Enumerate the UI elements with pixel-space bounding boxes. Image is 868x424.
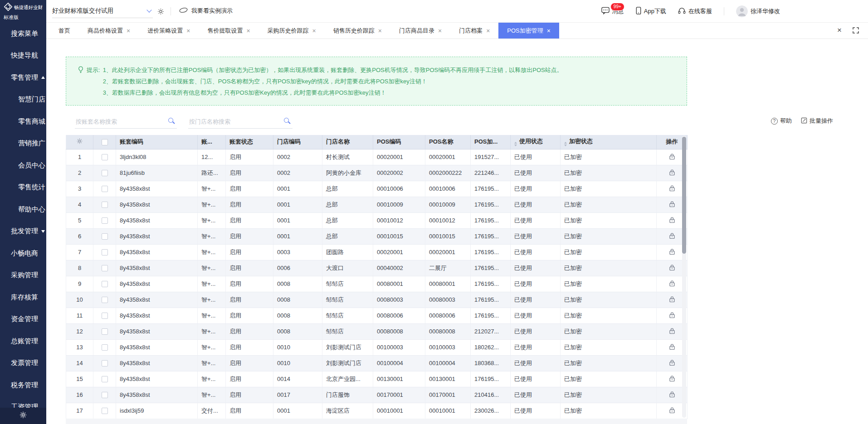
search-icon[interactable] [168, 118, 173, 123]
sidebar-item-零售商城[interactable]: 零售商城 [0, 111, 46, 133]
lock-icon[interactable] [669, 264, 675, 272]
close-icon[interactable]: × [837, 26, 842, 34]
tab-close-icon[interactable]: × [127, 28, 130, 34]
sidebar-item-资金管理[interactable]: 资金管理 [0, 308, 46, 331]
scrollbar-thumb[interactable] [682, 137, 686, 254]
row-checkbox[interactable] [102, 217, 108, 224]
column-门店名称: 门店名称 [322, 135, 373, 149]
select-all-checkbox[interactable] [102, 139, 108, 145]
sidebar-item-零售管理[interactable]: 零售管理 [0, 67, 46, 89]
row-checkbox[interactable] [102, 170, 108, 176]
lock-icon[interactable] [669, 328, 675, 336]
tab-close-icon[interactable]: × [378, 28, 382, 34]
tab-首页[interactable]: 首页 [50, 23, 79, 39]
app-download-button[interactable]: App下载 [636, 7, 666, 16]
lock-icon[interactable] [669, 201, 675, 209]
lock-icon[interactable] [669, 280, 675, 288]
sidebar-item-搜索菜单[interactable]: 搜索菜单 [0, 23, 46, 45]
tab-POS加密管理[interactable]: POS加密管理× [498, 23, 559, 39]
user-menu[interactable]: 徐泽华修改 [736, 5, 780, 17]
lock-icon[interactable] [669, 343, 675, 352]
tab-售价提取设置[interactable]: 售价提取设置× [199, 23, 258, 39]
lock-icon[interactable] [669, 296, 675, 304]
row-number: 11 [66, 308, 93, 323]
pos-name-cell: 二展厅 [425, 260, 471, 276]
fullscreen-icon[interactable] [853, 27, 859, 35]
row-checkbox[interactable] [102, 233, 108, 240]
table-scrollbar[interactable] [682, 136, 686, 418]
row-checkbox[interactable] [102, 344, 108, 351]
lock-icon[interactable] [669, 232, 675, 241]
row-checkbox[interactable] [102, 265, 108, 271]
demo-link[interactable]: 我要看实例演示 [179, 7, 233, 15]
batch-operation-button[interactable]: 批量操作 [801, 117, 833, 125]
tab-商品价格设置[interactable]: 商品价格设置× [79, 23, 139, 39]
lock-icon[interactable] [669, 169, 675, 177]
tab-采购历史价跟踪[interactable]: 采购历史价跟踪× [259, 23, 325, 39]
tab-门店商品目录[interactable]: 门店商品目录× [390, 23, 450, 39]
search-icon[interactable] [284, 118, 289, 123]
tab-进价策略设置[interactable]: 进价策略设置× [139, 23, 199, 39]
messages-button[interactable]: 消息 99+ [601, 7, 624, 16]
tab-close-icon[interactable]: × [186, 28, 190, 34]
sidebar-item-税务管理[interactable]: 税务管理 [0, 374, 46, 396]
row-checkbox[interactable] [102, 408, 108, 414]
tab-门店档案[interactable]: 门店档案× [450, 23, 498, 39]
row-checkbox[interactable] [102, 313, 108, 319]
lock-icon[interactable] [669, 185, 675, 193]
sidebar-item-总账管理[interactable]: 总账管理 [0, 330, 46, 352]
account-status-cell: 启用 [226, 149, 273, 165]
sidebar-item-会员中心[interactable]: 会员中心 [0, 154, 46, 177]
account-search-input[interactable] [75, 115, 177, 129]
table-row: 17isdxl3ij59交付...启用0001海淀区店0001000100010… [66, 403, 688, 419]
column-settings-gear-icon[interactable] [66, 135, 93, 149]
sidebar-item-智慧门店[interactable]: 智慧门店 [0, 89, 46, 111]
store-search-input[interactable] [188, 115, 293, 129]
tab-close-icon[interactable]: × [438, 28, 442, 34]
lock-icon[interactable] [669, 312, 675, 320]
sidebar-item-库存核算[interactable]: 库存核算 [0, 286, 46, 308]
sort-icon[interactable] [514, 142, 517, 146]
row-checkbox[interactable] [102, 376, 108, 382]
sidebar-item-采购管理[interactable]: 采购管理 [0, 265, 46, 287]
use-status-cell: 已使用 [511, 403, 561, 419]
row-checkbox[interactable] [102, 186, 108, 192]
tab-close-icon[interactable]: × [547, 28, 551, 34]
tab-close-icon[interactable]: × [246, 28, 250, 34]
lock-icon[interactable] [669, 248, 675, 256]
lock-icon[interactable] [669, 359, 675, 367]
row-checkbox[interactable] [102, 249, 108, 255]
row-checkbox[interactable] [102, 392, 108, 398]
row-checkbox[interactable] [102, 154, 108, 160]
account-set-dropdown[interactable]: 好业财标准版交付试用 [52, 4, 153, 18]
row-checkbox[interactable] [102, 328, 108, 335]
sidebar-item-快捷导航[interactable]: 快捷导航 [0, 45, 46, 67]
tab-close-icon[interactable]: × [312, 28, 316, 34]
lock-icon[interactable] [669, 391, 675, 399]
sidebar-item-营销推广[interactable]: 营销推广 [0, 133, 46, 155]
row-checkbox[interactable] [102, 202, 108, 208]
tab-销售历史价跟踪[interactable]: 销售历史价跟踪× [325, 23, 390, 39]
sidebar-item-帮助中心[interactable]: 帮助中心 [0, 198, 46, 221]
sidebar-footer-settings[interactable] [0, 408, 46, 424]
row-checkbox[interactable] [102, 281, 108, 287]
sidebar-item-发票管理[interactable]: 发票管理 [0, 352, 46, 375]
lock-icon[interactable] [669, 153, 675, 161]
row-checkbox[interactable] [102, 297, 108, 303]
sort-icon[interactable] [564, 142, 567, 146]
sidebar-item-label: 智慧门店 [18, 95, 45, 104]
sidebar-item-label: 小畅电商 [11, 249, 38, 258]
brand-logo[interactable]: 畅捷通好业财 标准版 [0, 0, 46, 23]
sidebar-item-零售统计[interactable]: 零售统计 [0, 177, 46, 199]
settings-gear-icon[interactable] [157, 8, 165, 17]
lock-icon[interactable] [669, 407, 675, 415]
sidebar-item-小畅电商[interactable]: 小畅电商 [0, 242, 46, 265]
sidebar: 搜索菜单快捷导航零售管理智慧门店零售商城营销推广会员中心零售统计帮助中心批发管理… [0, 23, 46, 424]
lock-icon[interactable] [669, 217, 675, 225]
tab-close-icon[interactable]: × [486, 28, 490, 34]
sidebar-item-批发管理[interactable]: 批发管理 [0, 221, 46, 243]
help-button[interactable]: ? 帮助 [771, 117, 792, 125]
online-service-button[interactable]: 在线客服 [678, 7, 712, 16]
lock-icon[interactable] [669, 375, 675, 383]
row-checkbox[interactable] [102, 360, 108, 366]
